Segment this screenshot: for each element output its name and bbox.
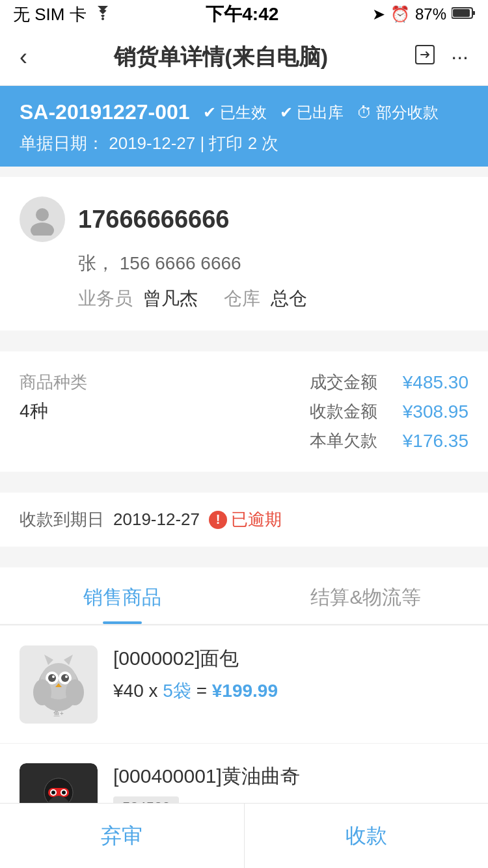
status-bar-left: 无 SIM 卡	[13, 3, 113, 26]
warehouse-meta: 仓库 总仓	[224, 286, 307, 311]
sales-meta: 业务员 曾凡杰	[78, 286, 198, 311]
separator: |	[200, 133, 209, 153]
avatar	[20, 197, 65, 242]
banner-date: 单据日期： 2019-12-27 | 打印 2 次	[20, 132, 468, 155]
customer-top: 17666666666	[20, 197, 468, 242]
debt-row: 本单欠款 ¥176.35	[310, 429, 468, 452]
svg-point-28	[62, 791, 66, 794]
overdue-text: 已逾期	[231, 508, 282, 531]
more-button[interactable]: ···	[451, 45, 468, 69]
payment-row: 收款金额 ¥308.95	[310, 400, 468, 423]
due-section: 收款到期日 2019-12-27 ! 已逾期	[0, 493, 488, 547]
svg-point-0	[102, 18, 104, 20]
check-icon-2: ✔	[280, 103, 293, 122]
product-total-1: ¥199.99	[212, 681, 278, 701]
payment-label: 收款金额	[310, 400, 377, 423]
svg-text:鱼+: 鱼+	[53, 710, 64, 717]
cancel-button[interactable]: 弃审	[0, 804, 245, 868]
transaction-value: ¥485.30	[390, 372, 468, 393]
transaction-row: 成交金额 ¥485.30	[310, 371, 468, 394]
battery-icon	[452, 5, 475, 23]
svg-point-19	[33, 679, 51, 705]
customer-alt-phone: 156 6666 6666	[120, 253, 241, 273]
payment-value: ¥308.95	[390, 401, 468, 422]
divider-2	[0, 341, 488, 351]
divider-1	[0, 167, 488, 177]
location-icon: ➤	[372, 5, 385, 23]
svg-point-20	[66, 679, 84, 705]
product-name-2: [000400001]黄油曲奇	[113, 763, 468, 790]
svg-rect-2	[472, 11, 475, 15]
order-date: 2019-12-27	[109, 133, 195, 153]
status-bar-time: 下午4:42	[206, 2, 278, 27]
status-effective-label: 已生效	[220, 102, 267, 123]
date-label: 单据日期：	[20, 133, 104, 153]
debt-label: 本单欠款	[310, 429, 377, 452]
svg-point-5	[36, 208, 49, 221]
product-info-1: [0000002]面包 ¥40 x 5袋 = ¥199.99	[113, 645, 468, 703]
product-id-1: [0000002]	[113, 647, 200, 669]
debt-value: ¥176.35	[390, 431, 468, 452]
overdue-warning-icon: !	[209, 511, 227, 529]
stats-section: 商品种类 4种 成交金额 ¥485.30 收款金额 ¥308.95 本单欠款 ¥…	[0, 351, 488, 472]
sales-label: 业务员	[78, 288, 133, 308]
nav-actions: ···	[414, 44, 468, 70]
sim-status: 无 SIM 卡	[13, 3, 87, 26]
tab-sales-products[interactable]: 销售商品	[0, 567, 244, 624]
divider-3	[0, 482, 488, 493]
customer-name: 张，	[78, 253, 115, 273]
page-title: 销货单详情(来自电脑)	[114, 42, 328, 72]
status-bar: 无 SIM 卡 下午4:42 ➤ ⏰ 87%	[0, 0, 488, 29]
confirm-label: 收款	[346, 822, 387, 850]
wifi-icon	[93, 5, 113, 25]
back-button[interactable]: ‹	[20, 44, 27, 71]
status-effective: ✔ 已生效	[203, 102, 267, 123]
status-partial: ⏱ 部分收款	[357, 102, 439, 123]
order-banner: SA-20191227-001 ✔ 已生效 ✔ 已出库 ⏱ 部分收款 单据日期：…	[0, 86, 488, 167]
print-suffix: 次	[262, 133, 278, 153]
customer-meta: 业务员 曾凡杰 仓库 总仓	[20, 286, 468, 311]
product-types-label: 商品种类	[20, 371, 87, 394]
customer-section: 17666666666 张， 156 6666 6666 业务员 曾凡杰 仓库 …	[0, 177, 488, 331]
status-bar-right: ➤ ⏰ 87%	[372, 5, 475, 23]
warehouse-label: 仓库	[224, 288, 260, 308]
transaction-label: 成交金额	[310, 371, 377, 394]
share-button[interactable]	[414, 44, 435, 70]
due-date-label: 收款到期日	[20, 508, 104, 531]
product-types-count: 4种	[20, 399, 87, 424]
svg-point-13	[61, 674, 69, 682]
product-title-1: 面包	[200, 647, 239, 669]
banner-top: SA-20191227-001 ✔ 已生效 ✔ 已出库 ⏱ 部分收款	[20, 100, 468, 124]
divider-4	[0, 557, 488, 567]
print-count: 2	[248, 133, 257, 153]
svg-point-27	[51, 791, 55, 794]
svg-point-6	[31, 223, 54, 236]
bottom-bar: 弃审 收款	[0, 803, 488, 868]
svg-point-14	[52, 675, 55, 678]
product-title-2: 黄油曲奇	[222, 765, 300, 787]
status-shipped-label: 已出库	[297, 102, 344, 123]
order-id: SA-20191227-001	[20, 100, 190, 124]
confirm-button[interactable]: 收款	[245, 804, 489, 868]
stats-right: 成交金额 ¥485.30 收款金额 ¥308.95 本单欠款 ¥176.35	[310, 371, 468, 452]
product-thumbnail-1: 鱼+	[20, 645, 98, 724]
product-name-1: [0000002]面包	[113, 645, 468, 672]
status-shipped: ✔ 已出库	[280, 102, 344, 123]
tab-settlement[interactable]: 结算&物流等	[244, 567, 488, 624]
print-label: 打印	[209, 133, 243, 153]
tabs: 销售商品 结算&物流等	[0, 567, 488, 625]
cancel-label: 弃审	[101, 822, 142, 850]
nav-bar: ‹ 销货单详情(来自电脑) ···	[0, 29, 488, 86]
check-icon-1: ✔	[203, 103, 216, 122]
due-date-value: 2019-12-27	[113, 509, 200, 530]
product-price-1: ¥40 x 5袋 = ¥199.99	[113, 679, 468, 703]
overdue-badge: ! 已逾期	[209, 508, 282, 531]
customer-name-phone: 张， 156 6666 6666	[20, 251, 468, 276]
product-quantity-1: 5袋	[163, 681, 191, 701]
alarm-icon: ⏰	[390, 5, 410, 23]
svg-point-15	[65, 675, 68, 678]
warehouse-name: 总仓	[271, 288, 307, 308]
svg-rect-3	[453, 9, 470, 17]
clock-icon: ⏱	[357, 103, 372, 122]
svg-point-12	[48, 674, 56, 682]
